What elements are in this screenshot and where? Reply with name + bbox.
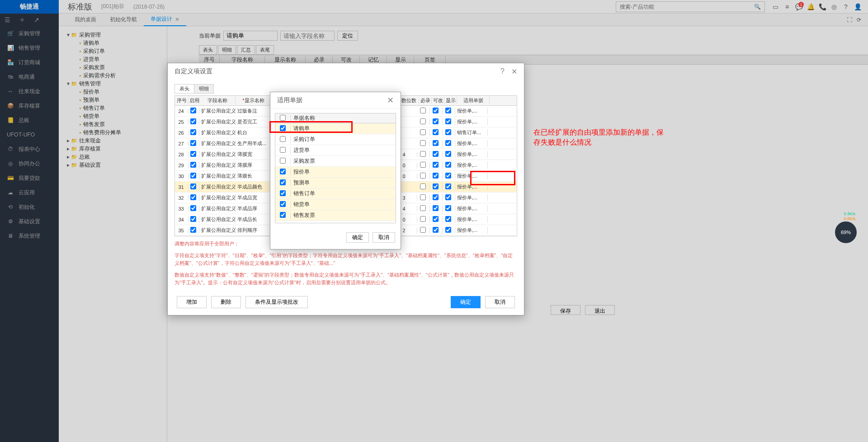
row-checkbox[interactable] — [280, 223, 286, 223]
apply-doc-modal: 适用单据 ✕ 单据名称 请购单采购订单进货单采购发票报价单预测单销售订单销货单销… — [270, 92, 401, 249]
monitor-widget[interactable]: 69% — [835, 221, 857, 243]
table-column-header: 可改 — [432, 97, 444, 104]
list-row[interactable]: 请购单 — [275, 123, 396, 134]
mini-tab[interactable]: 明细 — [194, 85, 213, 93]
table-column-header: 序号 — [175, 97, 189, 104]
monitor-speed: 0.3K/s0.8K/s — [844, 212, 855, 221]
close-icon[interactable]: ✕ — [511, 67, 517, 76]
doc-name: 销售订单 — [291, 190, 396, 197]
row-checkbox[interactable] — [280, 179, 286, 185]
tip-text-3: 数值自定义项支持"数值"、"整数"、"逻辑"的字段类型；数值专用自定义项值来源可… — [175, 271, 517, 287]
annotation-text: 在已经扩展的自由项里添加新的单据，保存失败是什么情况 — [533, 127, 669, 148]
list-row[interactable]: 销售订单 — [275, 188, 396, 199]
doc-name: 采购订单 — [291, 136, 396, 143]
tip-text-2: 字符自定义项支持"字符"、"日期"、"枚举"、"引用"的字段类型；字符专用自定义… — [175, 252, 517, 268]
row-checkbox[interactable] — [280, 201, 286, 207]
row-checkbox[interactable] — [280, 212, 286, 218]
list-row[interactable]: 进货单 — [275, 145, 396, 156]
doc-name: 销售发票 — [291, 212, 396, 219]
cancel-button[interactable]: 取消 — [485, 296, 515, 308]
doc-name-header: 单据名称 — [291, 114, 396, 122]
row-checkbox[interactable] — [280, 158, 286, 164]
row-checkbox[interactable] — [280, 136, 286, 142]
list-row[interactable]: 预测单 — [275, 178, 396, 188]
list-row[interactable]: 采购发票 — [275, 156, 396, 167]
modal1-title: 自定义项设置 — [175, 67, 212, 75]
table-column-header: 字段名称 — [199, 97, 236, 104]
list-row[interactable]: 其他应收单 — [275, 221, 396, 223]
ok-button[interactable]: 确定 — [451, 296, 481, 308]
condition-button[interactable]: 条件及显示项批改 — [245, 296, 308, 308]
table-column-header: 适用单据 — [457, 97, 490, 104]
row-checkbox[interactable] — [280, 190, 286, 196]
table-column-header: 启用 — [189, 97, 199, 104]
doc-name: 进货单 — [291, 146, 396, 154]
table-column-header: 显示 — [444, 97, 457, 104]
row-checkbox[interactable] — [280, 147, 286, 153]
modal2-title: 适用单据 — [277, 96, 302, 104]
doc-name: 报价单 — [291, 168, 396, 176]
table-column-header: 必录 — [419, 97, 432, 104]
delete-button[interactable]: 删除 — [211, 296, 241, 308]
doc-name: 预测单 — [291, 179, 396, 187]
help-icon[interactable]: ? — [500, 67, 505, 76]
close-icon[interactable]: ✕ — [387, 95, 394, 105]
add-button[interactable]: 增加 — [177, 296, 207, 308]
list-row[interactable]: 销售发票 — [275, 210, 396, 221]
doc-name: 采购发票 — [291, 157, 396, 165]
row-checkbox[interactable] — [280, 169, 286, 174]
doc-name: 销货单 — [291, 201, 396, 208]
table-column-header: *显示名称 — [236, 97, 272, 104]
list-row[interactable]: 采购订单 — [275, 134, 396, 145]
checkbox-header[interactable] — [275, 115, 291, 122]
modal2-cancel-button[interactable]: 取消 — [373, 232, 395, 243]
list-row[interactable]: 报价单 — [275, 167, 396, 178]
row-checkbox[interactable] — [280, 125, 286, 131]
mini-tab[interactable]: 表头 — [175, 85, 194, 93]
list-row[interactable]: 销货单 — [275, 199, 396, 210]
doc-name: 其他应收单 — [291, 222, 396, 223]
doc-name: 请购单 — [291, 125, 396, 132]
modal2-ok-button[interactable]: 确定 — [346, 232, 369, 243]
